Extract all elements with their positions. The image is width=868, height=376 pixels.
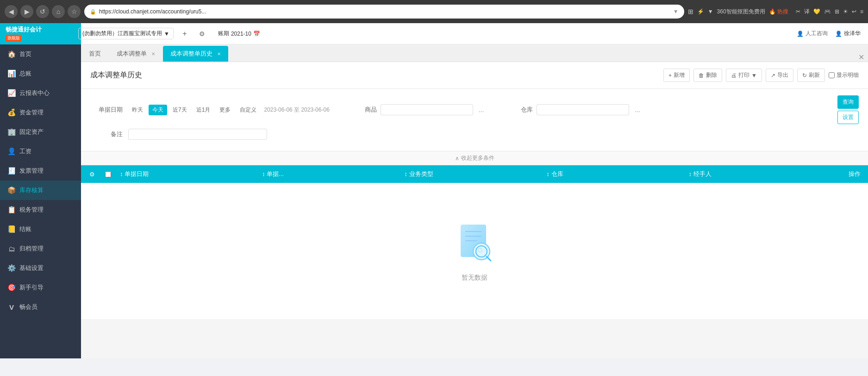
warehouse-filter-input[interactable]: [537, 104, 629, 115]
page-header: 成本调整单历史 + 新增 🗑 删除 🖨 打印 ▼ ↗ 导出: [81, 62, 868, 89]
browser-extras: ⊞ ⚡ ▼ 360智能抠图免费用 🔥 热搜 ✂ 译 💛 🎮 ⊞ ☀ ↩ ≡: [688, 8, 863, 16]
select-all-checkbox[interactable]: [105, 171, 111, 177]
th-handler[interactable]: ↕ 经手人: [685, 170, 827, 178]
sidebar-item-salary[interactable]: 👤 工资: [0, 142, 81, 161]
print-button[interactable]: 🖨 打印 ▼: [726, 69, 762, 82]
date-range-text: 2023-06-06 至 2023-06-06: [264, 106, 329, 114]
tab-cost-history-close[interactable]: ✕: [217, 51, 221, 56]
tab-home[interactable]: 首页: [81, 45, 109, 62]
th-checkbox[interactable]: [100, 171, 116, 177]
collapse-bar[interactable]: ∧ 收起更多条件: [81, 151, 868, 165]
settings-gear-icon[interactable]: ⚙: [196, 27, 209, 40]
sidebar-item-member[interactable]: V 畅会员: [0, 297, 81, 317]
period-value: 2021-10: [231, 31, 251, 37]
assets-icon: 🏢: [7, 128, 16, 136]
sidebar-item-inventory[interactable]: 📦 库存核算: [0, 181, 81, 200]
th-date[interactable]: ↕ 单据日期: [116, 170, 258, 178]
url-text: https://cloud.chanjet.com/accounting/uru…: [99, 8, 206, 15]
sidebar-item-guide[interactable]: 🎯 新手引导: [0, 278, 81, 297]
refresh-label: 刷新: [809, 71, 820, 79]
close-all-icon[interactable]: ✕: [858, 53, 864, 62]
home-button[interactable]: ⌂: [52, 5, 65, 18]
print-dropdown-icon: ▼: [751, 72, 757, 79]
tab-cost-adjustment-label: 成本调整单: [117, 50, 147, 58]
home-icon: 🏠: [7, 50, 16, 58]
sidebar-item-label: 固定资产: [19, 128, 44, 136]
date-btn-yesterday[interactable]: 昨天: [128, 105, 147, 115]
address-bar[interactable]: 🔒 https://cloud.chanjet.com/accounting/u…: [84, 5, 684, 19]
tab-cost-adjustment[interactable]: 成本调整单 ✕: [109, 45, 163, 62]
date-btn-7days[interactable]: 近7天: [169, 105, 191, 115]
tab-cost-adjustment-history[interactable]: 成本调整单历史 ✕: [163, 46, 228, 62]
hot-label: 🔥 热搜: [769, 8, 788, 16]
customer-service-button[interactable]: 👤 人工咨询: [797, 30, 828, 38]
filter-settings-button[interactable]: 设置: [837, 111, 859, 124]
user-name-text: 徐泽华: [844, 30, 861, 38]
show-detail-input[interactable]: [829, 72, 835, 78]
sidebar-item-invoice[interactable]: 🧾 发票管理: [0, 161, 81, 181]
sidebar-item-settings[interactable]: ⚙️ 基础设置: [0, 258, 81, 278]
th-doc-number[interactable]: ↕ 单据...: [258, 170, 400, 178]
add-company-button[interactable]: +: [178, 27, 191, 40]
filter-area: 单据日期 昨天 今天 近7天 近1月 更多 自定义 2023-06-06 至 2…: [81, 89, 868, 151]
refresh-button[interactable]: ↻ 刷新: [797, 69, 825, 82]
sidebar-item-closing[interactable]: 📒 结账: [0, 219, 81, 239]
ledger-icon: 📊: [7, 69, 16, 78]
date-btn-custom[interactable]: 自定义: [236, 105, 260, 115]
warehouse-more-dots[interactable]: ...: [633, 106, 642, 113]
th-business-type[interactable]: ↕ 业务类型: [400, 170, 543, 178]
tab-home-label: 首页: [89, 50, 101, 58]
date-btn-more[interactable]: 更多: [216, 105, 234, 115]
query-buttons: 查询 设置: [837, 95, 859, 124]
topbar-right: 👤 人工咨询 👤 徐泽华: [797, 30, 861, 38]
query-button[interactable]: 查询: [837, 95, 859, 109]
logo-text: 畅捷通好会计: [6, 25, 42, 34]
forward-button[interactable]: ▶: [20, 5, 33, 18]
goods-filter-label: 商品: [344, 106, 377, 114]
sidebar-item-label: 总账: [19, 69, 31, 78]
wallet-icon: 💛: [813, 8, 820, 15]
print-label: 打印: [738, 71, 749, 79]
th-warehouse[interactable]: ↕ 仓库: [543, 170, 685, 178]
guide-icon: 🎯: [7, 283, 16, 292]
settings-label: 设置: [843, 113, 854, 121]
sidebar-item-label: 归档管理: [19, 244, 44, 253]
sidebar-item-label: 首页: [19, 50, 31, 58]
sidebar-item-home[interactable]: 🏠 首页: [0, 44, 81, 64]
th-settings[interactable]: ⚙: [85, 171, 100, 178]
company-name: (勿删勿禁用）江西服宝测试专用: [82, 30, 162, 38]
query-label: 查询: [843, 98, 854, 106]
service-icon: 👤: [797, 31, 804, 37]
invoice-icon: 🧾: [7, 167, 16, 175]
refresh-button[interactable]: ↺: [36, 5, 49, 18]
page-title: 成本调整单历史: [90, 70, 142, 80]
sidebar-item-reports[interactable]: 📈 云报表中心: [0, 83, 81, 103]
tab-cost-history-label: 成本调整单历史: [170, 50, 212, 58]
export-button[interactable]: ↗ 导出: [766, 69, 793, 82]
user-profile-button[interactable]: 👤 徐泽华: [835, 30, 861, 38]
scissors-icon: ✂: [796, 8, 800, 15]
search-label: 360智能抠图免费用: [717, 8, 765, 16]
sidebar-item-assets[interactable]: 🏢 固定资产: [0, 122, 81, 142]
add-button[interactable]: + 新增: [663, 69, 690, 82]
sidebar-item-ledger[interactable]: 📊 总账: [0, 64, 81, 83]
sidebar-item-funds[interactable]: 💰 资金管理: [0, 103, 81, 122]
delete-button[interactable]: 🗑 删除: [693, 69, 722, 82]
tab-cost-adjustment-close[interactable]: ✕: [151, 51, 155, 56]
sidebar-item-tax[interactable]: 📋 税务管理: [0, 200, 81, 219]
date-btn-today[interactable]: 今天: [149, 105, 167, 115]
company-selector[interactable]: (勿删勿禁用）江西服宝测试专用 ▼: [78, 28, 174, 39]
date-btn-1month[interactable]: 近1月: [193, 105, 214, 115]
back-button[interactable]: ◀: [5, 5, 18, 18]
star-button[interactable]: ☆: [68, 5, 81, 18]
empty-state: 暂无数据: [81, 183, 868, 319]
th-actions-label: 操作: [849, 170, 861, 178]
goods-more-dots[interactable]: ...: [477, 106, 486, 113]
app-topbar: 畅捷通好会计 旗舰版 (勿删勿禁用）江西服宝测试专用 ▼ + ⚙ 账期 2021…: [0, 23, 868, 44]
goods-filter-input[interactable]: [381, 104, 473, 115]
show-detail-checkbox[interactable]: 显示明细: [829, 71, 859, 79]
th-business-type-label: ↕ 业务类型: [404, 170, 433, 178]
sidebar-item-archive[interactable]: 🗂 归档管理: [0, 239, 81, 258]
tab-bar-close[interactable]: ✕: [858, 53, 868, 62]
remark-filter-input[interactable]: [128, 129, 267, 140]
